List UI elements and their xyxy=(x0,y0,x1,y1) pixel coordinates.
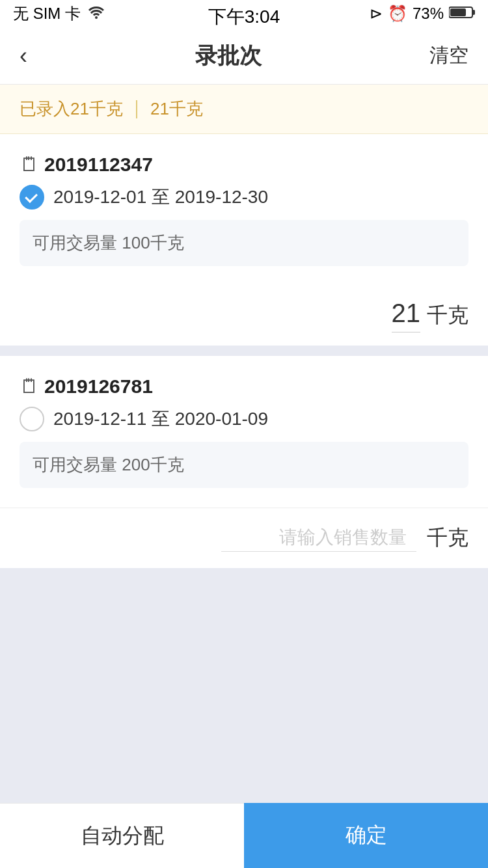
summary-entered: 已录入21千克 xyxy=(20,98,123,120)
batch-2-quantity-row: 千克 xyxy=(0,508,488,568)
section-divider xyxy=(0,346,488,356)
status-left: 无 SIM 卡 xyxy=(13,3,105,24)
batch-1-header: 🗒 2019112347 xyxy=(20,154,468,176)
status-time: 下午3:04 xyxy=(208,5,280,29)
batch-1-unit: 千克 xyxy=(427,301,468,330)
summary-banner: 已录入21千克 21千克 xyxy=(0,85,488,134)
content-area: 🗒 2019112347 2019-12-01 至 2019-12-30 可用交… xyxy=(0,134,488,828)
status-bar: 无 SIM 卡 下午3:04 ⊳ ⏰ 73% xyxy=(0,0,488,27)
batch-1-value: 21 xyxy=(392,299,421,332)
svg-rect-2 xyxy=(450,8,466,16)
clear-button[interactable]: 清空 xyxy=(429,42,468,69)
summary-total: 21千克 xyxy=(150,98,203,120)
wifi-icon xyxy=(87,5,105,23)
nav-bar: ‹ 录批次 清空 xyxy=(0,27,488,85)
batch-1-available: 可用交易量 100千克 xyxy=(20,220,468,266)
batch-2-date: 2019-12-11 至 2020-01-09 xyxy=(53,407,268,431)
summary-divider xyxy=(136,100,137,118)
battery-label: 73% xyxy=(413,5,444,23)
batch-2-header: 🗒 2019126781 xyxy=(20,375,468,398)
batch-1-id: 2019112347 xyxy=(44,154,153,176)
confirm-button[interactable]: 确定 xyxy=(244,803,488,868)
batch-2-available: 可用交易量 200千克 xyxy=(20,442,468,488)
battery-icon xyxy=(449,5,475,23)
status-right: ⊳ ⏰ 73% xyxy=(370,5,475,23)
batch-1-date-row: 2019-12-01 至 2019-12-30 xyxy=(20,185,468,210)
batch-2-radio[interactable] xyxy=(20,407,44,431)
bottom-bar: 自动分配 确定 xyxy=(0,803,488,868)
batch-card-2: 🗒 2019126781 2019-12-11 至 2020-01-09 可用交… xyxy=(0,356,488,508)
location-icon: ⊳ xyxy=(370,5,383,23)
batch-1-date: 2019-12-01 至 2019-12-30 xyxy=(53,185,268,210)
batch-2-unit: 千克 xyxy=(427,524,468,552)
batch-card-1: 🗒 2019112347 2019-12-01 至 2019-12-30 可用交… xyxy=(0,134,488,286)
batch-2-icon: 🗒 xyxy=(20,375,39,398)
batch-1-value-row: 21 千克 xyxy=(0,286,488,346)
batch-1-icon: 🗒 xyxy=(20,154,39,176)
alarm-icon: ⏰ xyxy=(388,5,407,23)
auto-distribute-button[interactable]: 自动分配 xyxy=(0,803,244,868)
page-title: 录批次 xyxy=(195,41,262,71)
batch-2-quantity-input[interactable] xyxy=(221,524,416,552)
back-button[interactable]: ‹ xyxy=(20,42,27,70)
svg-rect-1 xyxy=(472,10,475,15)
batch-1-radio[interactable] xyxy=(20,185,44,210)
batch-2-date-row: 2019-12-11 至 2020-01-09 xyxy=(20,407,468,431)
carrier-label: 无 SIM 卡 xyxy=(13,3,81,24)
batch-2-id: 2019126781 xyxy=(44,375,153,398)
gray-area xyxy=(0,568,488,828)
